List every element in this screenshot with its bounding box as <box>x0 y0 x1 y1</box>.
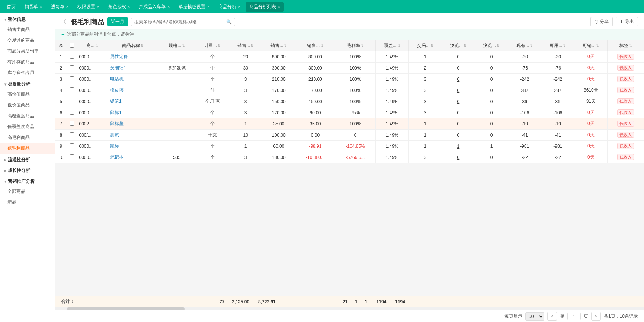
sort-icon-gross[interactable]: ⇅ <box>361 44 364 48</box>
sort-icon-unit[interactable]: ⇅ <box>218 44 221 48</box>
sidebar-item-low-gross[interactable]: 低毛利商品 <box>0 143 55 154</box>
row-browse1[interactable]: 0 <box>442 118 475 130</box>
row-browse1[interactable]: 0 <box>442 130 475 141</box>
row-name[interactable]: 鼠标 <box>108 141 158 152</box>
nav-close-sales[interactable]: × <box>40 5 42 9</box>
col-settings[interactable]: ⚙ <box>55 40 67 51</box>
sort-icon-qty[interactable]: ⇅ <box>251 44 254 48</box>
sort-icon-tag[interactable]: ⇅ <box>629 44 632 48</box>
sort-icon-browse2[interactable]: ⇅ <box>497 44 500 48</box>
row-name[interactable]: 吴细细1 <box>108 63 158 74</box>
row-checkbox[interactable] <box>70 65 74 70</box>
nav-product-in[interactable]: 产成品入库单 × <box>135 2 173 12</box>
sidebar-item-high-gross[interactable]: 高毛利商品 <box>0 132 55 143</box>
row-browse1[interactable]: 0 <box>442 63 475 74</box>
filter-date-button[interactable]: 近一月 <box>107 17 128 26</box>
nav-close-analysis-list[interactable]: × <box>278 5 280 9</box>
prev-page-button[interactable]: ＜ <box>547 312 557 321</box>
row-checkbox[interactable] <box>70 132 74 137</box>
sidebar-item-sales-goods[interactable]: 销售类商品 <box>0 24 55 35</box>
nav-close-purchase[interactable]: × <box>66 5 68 9</box>
row-name[interactable]: 橡皮擦 <box>108 85 158 96</box>
nav-product-analysis-list[interactable]: 商品分析列表 × <box>246 2 284 12</box>
sidebar-item-low-value[interactable]: 低价值商品 <box>0 100 55 111</box>
sidebar-item-in-stock[interactable]: 有库存的商品 <box>0 57 55 67</box>
row-browse1[interactable]: 0 <box>442 107 475 118</box>
row-browse1[interactable]: 0 <box>442 85 475 96</box>
sort-icon-spec[interactable]: ⇅ <box>182 44 185 48</box>
nav-product-analysis[interactable]: 商品分析 × <box>215 2 244 12</box>
nav-close-analysis[interactable]: × <box>238 5 240 9</box>
search-input[interactable] <box>134 19 225 25</box>
col-browse2-header[interactable]: 浏览...⇅ <box>475 40 508 51</box>
export-button[interactable]: ⬆ 导出 <box>616 17 638 26</box>
sidebar-item-new-goods[interactable]: 新品 <box>0 197 55 208</box>
row-checkbox[interactable] <box>70 87 74 92</box>
col-name-header[interactable]: 商品名称⇅ <box>108 40 158 51</box>
settings-icon[interactable]: ⚙ <box>59 43 63 48</box>
nav-close-permissions[interactable]: × <box>97 5 99 9</box>
row-browse1[interactable]: 0 <box>442 96 475 107</box>
sort-icon-saleable[interactable]: ⇅ <box>596 44 599 48</box>
row-checkbox[interactable] <box>70 121 74 126</box>
sidebar-section-overall[interactable]: ▾ 整体信息 <box>0 13 55 24</box>
nav-role-auth[interactable]: 角色授权 × <box>105 2 134 12</box>
sidebar-item-high-value[interactable]: 高价值商品 <box>0 89 55 100</box>
row-checkbox[interactable] <box>70 143 74 148</box>
sidebar-section-group[interactable]: ▾ 类群量分析 <box>0 78 55 89</box>
col-tag-header[interactable]: 标签⇅ <box>608 40 644 51</box>
sidebar-item-low-coverage[interactable]: 低覆盖度商品 <box>0 121 55 132</box>
col-coverage-header[interactable]: 覆盖...⇅ <box>375 40 408 51</box>
row-name[interactable]: 铅笔1 <box>108 96 158 107</box>
sidebar-item-category-assist[interactable]: 商品分类助销率 <box>0 46 55 57</box>
sidebar-item-high-coverage[interactable]: 高覆盖度商品 <box>0 111 55 121</box>
sidebar-item-traded-goods[interactable]: 交易过的商品 <box>0 35 55 46</box>
row-checkbox[interactable] <box>70 110 74 115</box>
row-browse1[interactable]: 0 <box>442 74 475 85</box>
col-unit-header[interactable]: 计量...⇅ <box>196 40 229 51</box>
col-code-header[interactable]: 商...⇅ <box>77 40 108 51</box>
row-checkbox[interactable] <box>70 54 74 59</box>
col-saleable-header[interactable]: 可销...⇅ <box>574 40 608 51</box>
next-page-button[interactable]: ＞ <box>591 312 601 321</box>
nav-close-role[interactable]: × <box>128 5 130 9</box>
sort-icon-code[interactable]: ⇅ <box>95 44 98 48</box>
horizontal-scrollbar[interactable] <box>55 307 644 310</box>
search-icon[interactable]: 🔍 <box>226 19 232 25</box>
row-checkbox[interactable] <box>70 154 74 159</box>
sort-icon-current[interactable]: ⇅ <box>530 44 533 48</box>
nav-template-settings[interactable]: 单据模板设置 × <box>175 2 213 12</box>
row-browse1[interactable]: 0 <box>442 51 475 63</box>
collapse-sidebar-btn[interactable]: 《 <box>61 19 66 25</box>
col-sales-amount-header[interactable]: 销售...⇅ <box>295 40 335 51</box>
row-browse1[interactable]: 1 <box>442 141 475 152</box>
col-transactions-header[interactable]: 交易...⇅ <box>408 40 442 51</box>
sort-icon-price[interactable]: ⇅ <box>284 44 287 48</box>
sort-icon-available[interactable]: ⇅ <box>563 44 566 48</box>
select-all-checkbox[interactable] <box>70 43 74 48</box>
sort-icon-coverage[interactable]: ⇅ <box>397 44 400 48</box>
col-browse1-header[interactable]: 浏览...⇅ <box>442 40 475 51</box>
sidebar-section-growth[interactable]: ▸ 成长性分析 <box>0 165 55 175</box>
sort-icon-trans[interactable]: ⇅ <box>430 44 433 48</box>
col-sales-price-header[interactable]: 销售...⇅ <box>262 40 295 51</box>
col-current-header[interactable]: 现有...⇅ <box>508 40 541 51</box>
row-name[interactable]: 鼠标垫 <box>108 118 158 130</box>
col-sales-qty-header[interactable]: 销售...⇅ <box>229 40 262 51</box>
nav-close-product-in[interactable]: × <box>167 5 170 9</box>
page-size-select[interactable]: 50 100 200 <box>525 312 544 321</box>
row-browse1[interactable]: 0 <box>442 152 475 163</box>
sidebar-item-stock-capital[interactable]: 库存资金占用 <box>0 67 55 78</box>
row-name[interactable]: 测试 <box>108 130 158 141</box>
col-spec-header[interactable]: 规格...⇅ <box>158 40 196 51</box>
sidebar-section-flow[interactable]: ▸ 流通性分析 <box>0 154 55 165</box>
sidebar-section-marketing[interactable]: ▾ 营销推广分析 <box>0 175 55 186</box>
sort-icon-browse1[interactable]: ⇅ <box>464 44 467 48</box>
row-name[interactable]: 笔记本 <box>108 152 158 163</box>
sort-icon-name[interactable]: ⇅ <box>141 44 144 48</box>
col-available-header[interactable]: 可用...⇅ <box>541 40 574 51</box>
sidebar-item-all-goods[interactable]: 全部商品 <box>0 186 55 197</box>
page-number-input[interactable] <box>567 313 581 320</box>
row-checkbox[interactable] <box>70 99 74 103</box>
nav-close-template[interactable]: × <box>207 5 209 9</box>
